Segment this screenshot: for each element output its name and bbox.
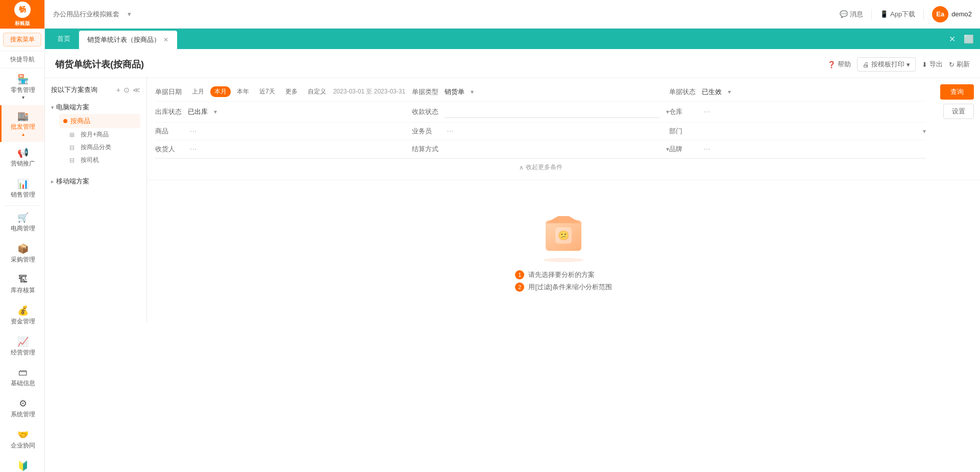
step-1-text: 请先选择要分析的方案	[528, 270, 595, 279]
sidebar-item-marketing[interactable]: 📢 营销推广	[0, 142, 44, 173]
app-download-button[interactable]: 📱 App下载	[880, 10, 915, 19]
scheme-item-by-product[interactable]: 按商品	[59, 114, 140, 128]
query-actions: 查询 设置	[934, 78, 980, 180]
list-icon: ⊟	[69, 144, 78, 151]
outstatus-label: 出库状态	[155, 107, 184, 116]
brand-label: 品牌	[669, 145, 698, 154]
outstatus-value: 已出库	[188, 107, 208, 116]
sidebar-item-finance[interactable]: 💰 资金管理	[0, 300, 44, 331]
salesperson-more-icon[interactable]: ···	[445, 127, 455, 136]
sidebar-item-enterprise[interactable]: 🤝 企业协同	[0, 424, 44, 455]
nav-divider	[4, 205, 40, 206]
doctype-filter-label: 单据类型	[412, 87, 440, 97]
scheme-item-by-category[interactable]: ⊟ 按商品分类	[59, 141, 140, 154]
help-button[interactable]: ❓ 帮助	[827, 60, 851, 69]
home-label: 首页	[57, 34, 70, 43]
sidebar-item-operations[interactable]: 📈 经营管理	[0, 331, 44, 362]
doctype-dropdown-icon[interactable]: ▾	[471, 88, 474, 96]
sidebar-item-system-label: 系统管理	[11, 410, 35, 419]
tab-close-icon[interactable]: ✕	[163, 36, 168, 43]
empty-state: 😕 1	[147, 180, 980, 322]
docstatus-dropdown-icon[interactable]: ▾	[728, 88, 731, 96]
date-filter: 上月 本月 本年 近7天 更多 自定义 2023-03-01 至 2023-03…	[188, 86, 412, 97]
enterprise-icon: 🤝	[17, 429, 29, 440]
search-menu-section: 搜索菜单	[0, 29, 44, 51]
this-year-btn[interactable]: 本年	[233, 86, 253, 97]
search-menu-button[interactable]: 搜索菜单	[3, 33, 41, 46]
user-avatar: Ea	[932, 6, 948, 22]
department-dropdown-icon[interactable]: ▾	[923, 128, 926, 135]
print-button[interactable]: 🖨 按模板打印 ▾	[857, 57, 916, 72]
sidebar-item-purchase-label: 采购管理	[11, 255, 35, 264]
brand-more-icon[interactable]: ···	[702, 145, 713, 154]
settings-button[interactable]: 设置	[943, 104, 974, 119]
warehouse-more-icon[interactable]: ···	[702, 107, 713, 116]
mobile-scheme-category: ▸ 移动端方案	[45, 173, 146, 190]
system-icon: ⚙	[19, 398, 27, 409]
operations-icon: 📈	[17, 336, 29, 347]
topbar-dropdown-icon[interactable]: ▾	[128, 10, 131, 18]
message-icon: 💬	[840, 10, 848, 18]
sidebar-nav: 🏪 零售管理 ▾ 🏬 批发管理 ▴ 📢 营销推广 📊 销售管理 🛒 电商管理 📦…	[0, 68, 44, 472]
more-btn[interactable]: 更多	[281, 86, 302, 97]
ecommerce-icon: 🛒	[17, 212, 29, 223]
sidebar-item-retail-label: 零售管理	[11, 86, 35, 95]
last-7-days-btn[interactable]: 近7天	[255, 86, 279, 97]
desktop-scheme-header[interactable]: ▾ 电脑端方案	[51, 101, 140, 114]
scheme-collapse-icon[interactable]: ≪	[133, 86, 140, 94]
scheme-item-by-month-product[interactable]: ⊞ 按月+商品	[59, 128, 140, 141]
last-month-btn[interactable]: 上月	[188, 86, 208, 97]
filter-doctype-cell: 单据类型 销货单 ▾	[412, 87, 669, 97]
sidebar: 畅 标账版 搜索菜单 快捷导航 🏪 零售管理 ▾ 🏬 批发管理 ▴ 📢 营销推广…	[0, 0, 45, 472]
sidebar-item-wholesale-label: 批发管理	[11, 123, 35, 131]
sidebar-item-guide[interactable]: 🔰 新手引导	[0, 455, 44, 472]
sidebar-item-inventory[interactable]: 🏗 库存核算	[0, 269, 44, 300]
message-button[interactable]: 💬 消息	[840, 10, 863, 19]
collapse-label: 收起更多条件	[526, 163, 562, 172]
tab-stats[interactable]: 销货单统计表（按商品） ✕	[79, 31, 177, 49]
scheme-by-product-label: 按商品	[70, 116, 90, 126]
product-more-icon[interactable]: ···	[188, 127, 199, 136]
sidebar-item-system[interactable]: ⚙ 系统管理	[0, 393, 44, 424]
filter-section: 单据日期 上月 本月 本年 近7天 更多 自定义	[147, 78, 980, 180]
print-dropdown-arrow[interactable]: ▾	[906, 61, 910, 68]
sidebar-item-basic[interactable]: 🗃 基础信息	[0, 362, 44, 393]
desktop-scheme-items: 按商品 ⊞ 按月+商品 ⊟ 按商品分类 ⊟	[51, 114, 140, 167]
tab-close-window-button[interactable]: ✕	[947, 32, 958, 46]
collapse-bar[interactable]: ∧ 收起更多条件	[155, 158, 926, 176]
scheme-add-icon[interactable]: +	[116, 86, 120, 94]
custom-btn[interactable]: 自定义	[304, 86, 330, 97]
sidebar-item-wholesale[interactable]: 🏬 批发管理 ▴	[0, 105, 44, 142]
receiptstatus-input[interactable]	[445, 106, 659, 118]
tab-maximize-button[interactable]: ⬜	[962, 32, 976, 46]
app-logo: 畅 标账版	[0, 0, 44, 29]
query-button[interactable]: 查询	[940, 84, 974, 100]
refresh-button[interactable]: ↻ 刷新	[949, 60, 970, 69]
this-month-btn[interactable]: 本月	[210, 86, 231, 97]
receiver-more-icon[interactable]: ···	[188, 145, 199, 154]
purchase-icon: 📦	[17, 243, 29, 254]
mobile-scheme-header[interactable]: ▸ 移动端方案	[51, 175, 140, 188]
scheme-edit-icon[interactable]: ⊙	[124, 86, 130, 94]
sidebar-item-ecommerce[interactable]: 🛒 电商管理	[0, 207, 44, 238]
export-button[interactable]: ⬇ 导出	[922, 60, 943, 69]
date-range-value: 2023-03-01 至 2023-03-31	[333, 87, 405, 96]
scheme-item-by-cashier[interactable]: ⊟ 按司机	[59, 154, 140, 167]
date-quick-buttons: 上月 本月 本年 近7天 更多 自定义	[188, 86, 330, 97]
quick-nav-item[interactable]: 快捷导航	[0, 51, 44, 68]
page-title: 销货单统计表(按商品)	[55, 58, 144, 70]
guide-icon: 🔰	[17, 460, 29, 471]
sidebar-item-ecommerce-label: 电商管理	[11, 224, 35, 233]
page-header: 销货单统计表(按商品) ❓ 帮助 🖨 按模板打印 ▾ ⬇ 导出	[45, 49, 980, 78]
chevron-up-icon: ▴	[22, 131, 24, 137]
tab-home[interactable]: 首页	[49, 29, 79, 49]
sidebar-item-sales[interactable]: 📊 销售管理	[0, 173, 44, 204]
sidebar-item-purchase[interactable]: 📦 采购管理	[0, 238, 44, 269]
inventory-icon: 🏗	[18, 274, 28, 285]
empty-step-2: 2 用[过滤]条件来缩小分析范围	[515, 282, 611, 292]
user-menu[interactable]: Ea demo2	[932, 6, 972, 22]
divider	[871, 9, 872, 19]
outstatus-dropdown-icon[interactable]: ▾	[214, 108, 217, 115]
step-2-text: 用[过滤]条件来缩小分析范围	[528, 282, 611, 292]
sidebar-item-retail[interactable]: 🏪 零售管理 ▾	[0, 68, 44, 105]
